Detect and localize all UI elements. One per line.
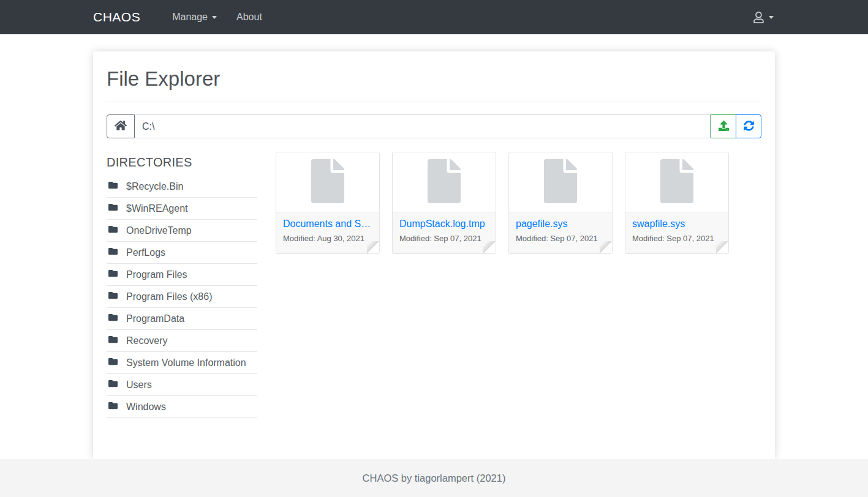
home-button[interactable]: [107, 114, 135, 138]
top-navbar: CHAOS Manage About: [0, 0, 868, 34]
file-icon: [660, 159, 693, 206]
folder-icon: [108, 247, 118, 258]
upload-button[interactable]: [711, 114, 736, 138]
folder-icon: [108, 401, 118, 413]
file-thumbnail: [276, 152, 379, 212]
nav-item-about[interactable]: About: [228, 7, 271, 28]
fold-corner-decoration: [716, 241, 728, 253]
directory-item[interactable]: $Recycle.Bin: [107, 176, 257, 198]
nav-item-manage[interactable]: Manage: [164, 7, 225, 28]
file-name-link[interactable]: pagefile.sys: [516, 219, 605, 230]
file-modified: Modified: Sep 07, 2021: [632, 234, 722, 243]
file-name-link[interactable]: DumpStack.log.tmp: [399, 219, 489, 230]
directory-label: Program Files: [126, 269, 187, 280]
directory-label: Users: [126, 379, 152, 390]
directory-item[interactable]: Recovery: [107, 330, 257, 352]
files-grid: Documents and S… Modified: Aug 30, 2021 …: [276, 149, 761, 254]
directory-label: Program Files (x86): [126, 291, 212, 302]
fold-corner-decoration: [483, 241, 496, 253]
folder-icon: [108, 357, 118, 368]
file-modified: Modified: Aug 30, 2021: [283, 234, 372, 243]
file-icon: [311, 159, 344, 206]
refresh-icon: [744, 121, 754, 133]
user-icon: [753, 12, 764, 23]
folder-icon: [108, 203, 118, 214]
directory-label: PerfLogs: [126, 247, 165, 258]
file-meta: swapfile.sys Modified: Sep 07, 2021: [625, 212, 728, 253]
page-title: File Explorer: [107, 67, 761, 91]
directory-item[interactable]: System Volume Information: [107, 352, 257, 374]
folder-icon: [108, 379, 118, 390]
file-thumbnail: [625, 152, 728, 212]
directory-label: System Volume Information: [126, 357, 246, 368]
directory-item[interactable]: OneDriveTemp: [107, 220, 257, 242]
file-card: swapfile.sys Modified: Sep 07, 2021: [625, 152, 729, 254]
brand-logo[interactable]: CHAOS: [93, 10, 140, 24]
folder-icon: [108, 291, 118, 302]
nav-links: Manage About: [164, 7, 752, 28]
fold-corner-decoration: [367, 241, 379, 253]
fold-corner-decoration: [600, 241, 612, 253]
file-modified: Modified: Sep 07, 2021: [516, 234, 605, 243]
directory-label: $WinREAgent: [126, 203, 188, 214]
chevron-down-icon: [769, 16, 774, 19]
refresh-button[interactable]: [736, 114, 761, 138]
file-meta: pagefile.sys Modified: Sep 07, 2021: [509, 212, 612, 253]
nav-item-manage-label: Manage: [172, 12, 208, 23]
upload-icon: [719, 121, 729, 133]
directory-label: $Recycle.Bin: [126, 181, 183, 192]
directory-item[interactable]: Users: [107, 374, 257, 396]
file-card: DumpStack.log.tmp Modified: Sep 07, 2021: [392, 152, 496, 254]
path-bar: [107, 114, 761, 138]
directory-label: OneDriveTemp: [126, 225, 192, 236]
page-footer: CHAOS by tiagorlampert (2021): [0, 459, 868, 497]
file-name-link[interactable]: swapfile.sys: [632, 219, 722, 230]
folder-icon: [108, 269, 118, 280]
file-meta: Documents and S… Modified: Aug 30, 2021: [276, 212, 379, 253]
directory-item[interactable]: ProgramData: [107, 308, 257, 330]
path-input[interactable]: [135, 114, 711, 138]
file-meta: DumpStack.log.tmp Modified: Sep 07, 2021: [393, 212, 496, 253]
directories-header: DIRECTORIES: [107, 155, 257, 170]
directory-item[interactable]: Windows: [107, 396, 257, 418]
title-divider: [107, 102, 761, 102]
directory-item[interactable]: Program Files: [107, 264, 257, 286]
directories-list: $Recycle.Bin $WinREAgent OneDriveTemp Pe…: [107, 176, 257, 418]
file-icon: [544, 159, 577, 206]
user-dropdown[interactable]: [752, 8, 775, 27]
explorer-columns: DIRECTORIES $Recycle.Bin $WinREAgent One…: [107, 149, 761, 418]
folder-icon: [108, 313, 118, 324]
directory-item[interactable]: PerfLogs: [107, 242, 257, 264]
file-card: Documents and S… Modified: Aug 30, 2021: [276, 152, 380, 254]
directory-item[interactable]: $WinREAgent: [107, 198, 257, 220]
folder-icon: [108, 335, 118, 346]
file-thumbnail: [393, 152, 496, 212]
folder-icon: [108, 225, 118, 236]
footer-text: CHAOS by tiagorlampert (2021): [363, 473, 506, 484]
file-explorer-card: File Explorer: [93, 51, 775, 459]
app-root: CHAOS Manage About: [0, 0, 868, 497]
directory-label: Recovery: [126, 335, 168, 346]
directories-panel: DIRECTORIES $Recycle.Bin $WinREAgent One…: [107, 149, 257, 418]
directory-label: ProgramData: [126, 313, 184, 324]
file-modified: Modified: Sep 07, 2021: [399, 234, 489, 243]
file-icon: [428, 159, 461, 206]
file-thumbnail: [509, 152, 612, 212]
folder-icon: [108, 181, 118, 192]
navbar-container: CHAOS Manage About: [93, 7, 775, 28]
nav-item-about-label: About: [236, 12, 262, 23]
directory-item[interactable]: Program Files (x86): [107, 286, 257, 308]
home-icon: [115, 120, 127, 133]
main-area: File Explorer: [0, 34, 868, 459]
file-card: pagefile.sys Modified: Sep 07, 2021: [508, 152, 613, 254]
directory-label: Windows: [126, 402, 166, 413]
file-name-link[interactable]: Documents and S…: [283, 219, 372, 230]
chevron-down-icon: [212, 16, 217, 19]
